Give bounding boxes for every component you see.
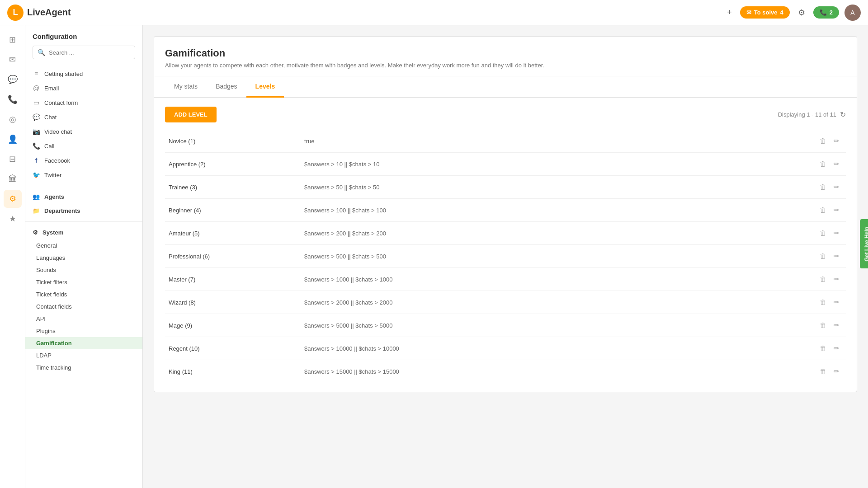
- system-icon: ⚙: [33, 229, 38, 236]
- level-name: Wizard (8): [165, 291, 301, 314]
- sidebar-item-chat[interactable]: 💬 Chat: [25, 110, 142, 124]
- sidebar-system-item-api[interactable]: API: [25, 313, 142, 325]
- level-condition: $answers > 2000 || $chats > 2000: [301, 291, 810, 314]
- sidebar-system-item-gamification[interactable]: Gamification: [25, 337, 142, 349]
- level-condition: $answers > 5000 || $chats > 5000: [301, 314, 810, 337]
- icon-nav: ⊞ ✉ 💬 📞 ◎ 👤 ⊟ 🏛 ⚙ ★: [0, 25, 25, 488]
- level-actions: 🗑 ✏: [810, 360, 846, 383]
- sidebar-item-agents[interactable]: 👥 Agents: [25, 190, 142, 204]
- level-condition: true: [301, 130, 810, 153]
- sidebar-system-item-ldap[interactable]: LDAP: [25, 349, 142, 361]
- tabs-bar: My stats Badges Levels: [154, 76, 857, 98]
- sidebar-item-facebook[interactable]: f Facebook: [25, 153, 142, 168]
- tab-my-stats[interactable]: My stats: [165, 76, 207, 98]
- tab-levels[interactable]: Levels: [246, 76, 284, 98]
- edit-button[interactable]: ✏: [831, 250, 842, 262]
- sidebar-item-departments[interactable]: 📁 Departments: [25, 204, 142, 218]
- delete-button[interactable]: 🗑: [817, 135, 829, 146]
- delete-button[interactable]: 🗑: [817, 319, 829, 331]
- edit-button[interactable]: ✏: [831, 319, 842, 331]
- sidebar-item-getting-started[interactable]: ≡ Getting started: [25, 66, 142, 81]
- nav-knowledgebase[interactable]: ⊟: [4, 150, 22, 168]
- edit-button[interactable]: ✏: [831, 366, 842, 377]
- logo: L LiveAgent: [7, 5, 71, 21]
- sidebar-title: Configuration: [25, 33, 142, 46]
- delete-button[interactable]: 🗑: [817, 158, 829, 169]
- table-area: ADD LEVEL Displaying 1 - 11 of 11 ↻ Novi…: [154, 98, 857, 392]
- level-condition: $answers > 50 || $chats > 50: [301, 176, 810, 199]
- logo-icon: L: [7, 5, 24, 21]
- sidebar-system-header[interactable]: ⚙ System: [25, 225, 142, 239]
- level-name: Professional (6): [165, 245, 301, 268]
- divider-1: [25, 186, 142, 186]
- sidebar-item-video-chat[interactable]: 📷 Video chat: [25, 124, 142, 139]
- level-name: Master (7): [165, 268, 301, 291]
- edit-button[interactable]: ✏: [831, 227, 842, 239]
- level-condition: $answers > 200 || $chats > 200: [301, 222, 810, 245]
- level-condition: $answers > 500 || $chats > 500: [301, 245, 810, 268]
- nav-settings[interactable]: ⚙: [4, 190, 22, 208]
- nav-dashboard[interactable]: ⊞: [4, 31, 22, 49]
- add-button[interactable]: +: [724, 5, 735, 20]
- nav-gamification[interactable]: ★: [4, 210, 22, 228]
- video-chat-icon: 📷: [33, 128, 40, 135]
- table-row: Apprentice (2) $answers > 10 || $chats >…: [165, 153, 846, 176]
- sidebar-item-twitter[interactable]: 🐦 Twitter: [25, 168, 142, 182]
- delete-button[interactable]: 🗑: [817, 250, 829, 262]
- sidebar-system-item-sounds[interactable]: Sounds: [25, 264, 142, 276]
- refresh-button[interactable]: ↻: [840, 110, 846, 119]
- sidebar-item-contact-form[interactable]: ▭ Contact form: [25, 95, 142, 110]
- nav-contacts[interactable]: 👤: [4, 130, 22, 148]
- level-name: Amateur (5): [165, 222, 301, 245]
- nav-call[interactable]: 📞: [4, 90, 22, 108]
- delete-button[interactable]: 🗑: [817, 296, 829, 308]
- table-row: Beginner (4) $answers > 100 || $chats > …: [165, 199, 846, 222]
- level-condition: $answers > 15000 || $chats > 15000: [301, 360, 810, 383]
- level-actions: 🗑 ✏: [810, 268, 846, 291]
- edit-button[interactable]: ✏: [831, 273, 842, 285]
- edit-button[interactable]: ✏: [831, 181, 842, 193]
- sidebar-system-item-ticket-filters[interactable]: Ticket filters: [25, 276, 142, 288]
- add-level-button[interactable]: ADD LEVEL: [165, 107, 217, 122]
- edit-button[interactable]: ✏: [831, 158, 842, 170]
- search-input[interactable]: [49, 49, 130, 56]
- sidebar-system-item-plugins[interactable]: Plugins: [25, 325, 142, 337]
- sidebar-system-item-time-tracking[interactable]: Time tracking: [25, 361, 142, 374]
- sidebar-search[interactable]: 🔍: [33, 46, 135, 59]
- nav-tickets[interactable]: ✉: [4, 51, 22, 69]
- edit-button[interactable]: ✏: [831, 343, 842, 354]
- divider-2: [25, 221, 142, 222]
- delete-button[interactable]: 🗑: [817, 227, 829, 239]
- delete-button[interactable]: 🗑: [817, 366, 829, 377]
- display-text: Displaying 1 - 11 of 11: [778, 111, 836, 118]
- edit-button[interactable]: ✏: [831, 296, 842, 308]
- avatar[interactable]: A: [844, 5, 861, 21]
- table-row: Amateur (5) $answers > 200 || $chats > 2…: [165, 222, 846, 245]
- delete-button[interactable]: 🗑: [817, 343, 829, 354]
- edit-button[interactable]: ✏: [831, 204, 842, 216]
- delete-button[interactable]: 🗑: [817, 273, 829, 285]
- nav-chat[interactable]: 💬: [4, 70, 22, 89]
- sidebar-item-email[interactable]: @ Email: [25, 81, 142, 95]
- table-row: Wizard (8) $answers > 2000 || $chats > 2…: [165, 291, 846, 314]
- levels-table: Novice (1) true 🗑 ✏ Apprentice (2) $answ…: [165, 130, 846, 383]
- call-button[interactable]: 📞 2: [813, 6, 839, 19]
- sidebar: Configuration 🔍 ≡ Getting started @ Emai…: [25, 25, 143, 488]
- sidebar-system-item-contact-fields[interactable]: Contact fields: [25, 300, 142, 313]
- main-content: Gamification Allow your agents to compet…: [143, 25, 868, 488]
- sidebar-system-item-ticket-fields[interactable]: Ticket fields: [25, 288, 142, 300]
- nav-customers[interactable]: 🏛: [4, 170, 22, 188]
- sidebar-system-item-languages[interactable]: Languages: [25, 252, 142, 264]
- live-help-tab[interactable]: Get Live Help: [860, 220, 868, 269]
- sidebar-item-call[interactable]: 📞 Call: [25, 139, 142, 153]
- sidebar-system-item-general[interactable]: General: [25, 239, 142, 252]
- search-icon: 🔍: [38, 49, 45, 56]
- delete-button[interactable]: 🗑: [817, 204, 829, 216]
- edit-button[interactable]: ✏: [831, 135, 842, 147]
- notifications-button[interactable]: ⚙: [795, 5, 808, 20]
- nav-reports[interactable]: ◎: [4, 110, 22, 128]
- delete-button[interactable]: 🗑: [817, 181, 829, 192]
- tab-badges[interactable]: Badges: [207, 76, 246, 98]
- tosolve-button[interactable]: ✉ To solve 4: [740, 6, 790, 19]
- table-row: Professional (6) $answers > 500 || $chat…: [165, 245, 846, 268]
